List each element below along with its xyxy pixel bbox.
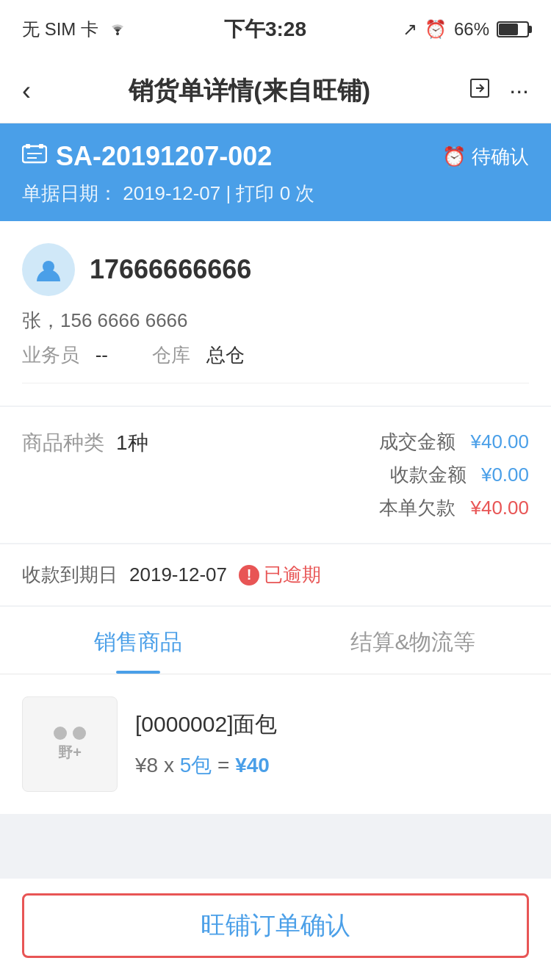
order-date: 单据日期： 2019-12-07 | 打印 0 次 <box>22 181 529 206</box>
nav-actions: ··· <box>468 76 529 106</box>
avatar <box>22 243 75 296</box>
customer-name: 张，156 6666 6666 <box>22 308 529 334</box>
owe-row: 本单欠款 ¥40.00 <box>379 495 529 521</box>
transaction-label: 成交金额 <box>379 429 455 455</box>
received-label: 收款金额 <box>390 462 467 488</box>
customer-phone: 17666666666 <box>90 254 251 285</box>
svg-rect-3 <box>26 144 30 148</box>
product-type-value: 1种 <box>116 429 148 457</box>
product-section: 野+ [0000002]面包 ¥8 x 5包 = ¥40 <box>0 674 551 814</box>
sales-label: 业务员 <box>22 344 79 366</box>
status-text: 待确认 <box>472 144 529 170</box>
product-image: 野+ <box>22 696 118 792</box>
duedate-section: 收款到期日 2019-12-07 ! 已逾期 <box>0 544 551 605</box>
overdue-badge: ! 已逾期 <box>239 562 321 588</box>
tab-settlement[interactable]: 结算&物流等 <box>276 607 551 674</box>
warehouse-label: 仓库 <box>152 344 190 366</box>
order-icon <box>22 141 47 172</box>
more-icon[interactable]: ··· <box>509 77 529 104</box>
location-icon: ↗ <box>403 19 417 40</box>
product-type-label: 商品种类 <box>22 429 104 457</box>
product-name: [0000002]面包 <box>135 710 529 740</box>
status-bar: 无 SIM 卡 下午3:28 ↗ ⏰ 66% <box>0 0 551 59</box>
share-icon[interactable] <box>468 76 491 106</box>
received-row: 收款金额 ¥0.00 <box>390 462 529 488</box>
received-value: ¥0.00 <box>481 464 529 486</box>
date-value: 2019-12-07 <box>123 182 220 204</box>
order-header: SA-20191207-002 ⏰ 待确认 单据日期： 2019-12-07 |… <box>0 123 551 221</box>
product-row: 野+ [0000002]面包 ¥8 x 5包 = ¥40 <box>22 696 529 792</box>
nav-bar: ‹ 销货单详情(来自旺铺) ··· <box>0 59 551 123</box>
duedate-value: 2019-12-07 <box>129 563 227 586</box>
wifi-icon <box>107 19 128 40</box>
price-value: ¥8 <box>135 754 158 777</box>
duedate-label: 收款到期日 <box>22 562 118 588</box>
order-id-text: SA-20191207-002 <box>56 141 272 172</box>
status-right: ↗ ⏰ 66% <box>403 19 529 40</box>
overdue-text: 已逾期 <box>264 562 321 588</box>
equals-sign: = <box>217 754 229 777</box>
qty-value: 5包 <box>180 754 212 777</box>
transaction-value: ¥40.00 <box>470 430 529 453</box>
tabs-section: 销售商品 结算&物流等 野+ [0000002]面包 ¥8 x 5包 <box>0 607 551 814</box>
sales-value: -- <box>96 344 108 366</box>
transaction-row: 成交金额 ¥40.00 <box>379 429 529 455</box>
owe-value: ¥40.00 <box>470 497 529 519</box>
order-status: ⏰ 待确认 <box>442 144 529 170</box>
carrier-text: 无 SIM 卡 <box>22 18 98 41</box>
customer-meta: 业务员 -- 仓库 总仓 <box>22 342 529 368</box>
bottom-bar: 旺铺订单确认 <box>0 879 551 980</box>
battery-icon <box>497 21 529 37</box>
time-display: 下午3:28 <box>224 15 306 43</box>
product-price: ¥8 x 5包 = ¥40 <box>135 752 529 779</box>
customer-section: 17666666666 张，156 6666 6666 业务员 -- 仓库 总仓 <box>0 221 551 406</box>
svg-point-0 <box>116 32 119 35</box>
svg-rect-4 <box>39 144 43 148</box>
print-info: | 打印 0 次 <box>226 182 314 204</box>
battery-percent: 66% <box>454 19 489 40</box>
status-clock-icon: ⏰ <box>442 145 466 168</box>
page-title: 销货单详情(来自旺铺) <box>129 74 370 108</box>
tabs-header: 销售商品 结算&物流等 <box>0 607 551 674</box>
status-left: 无 SIM 卡 <box>22 18 128 41</box>
product-type: 商品种类 1种 <box>22 429 148 457</box>
product-info: [0000002]面包 ¥8 x 5包 = ¥40 <box>135 710 529 779</box>
total-value: ¥40 <box>235 754 270 777</box>
tab-products[interactable]: 销售商品 <box>0 607 276 674</box>
back-button[interactable]: ‹ <box>22 76 31 107</box>
warehouse-value: 总仓 <box>206 344 245 366</box>
amounts: 成交金额 ¥40.00 收款金额 ¥0.00 本单欠款 ¥40.00 <box>379 429 529 521</box>
multiply-sign: x <box>164 754 174 777</box>
overdue-icon: ! <box>239 565 259 586</box>
order-id: SA-20191207-002 <box>22 141 272 172</box>
confirm-button[interactable]: 旺铺订单确认 <box>22 893 529 958</box>
date-label: 单据日期： <box>22 182 118 204</box>
alarm-icon: ⏰ <box>425 19 447 40</box>
summary-section: 商品种类 1种 成交金额 ¥40.00 收款金额 ¥0.00 本单欠款 ¥40.… <box>0 407 551 543</box>
owe-label: 本单欠款 <box>379 495 455 521</box>
